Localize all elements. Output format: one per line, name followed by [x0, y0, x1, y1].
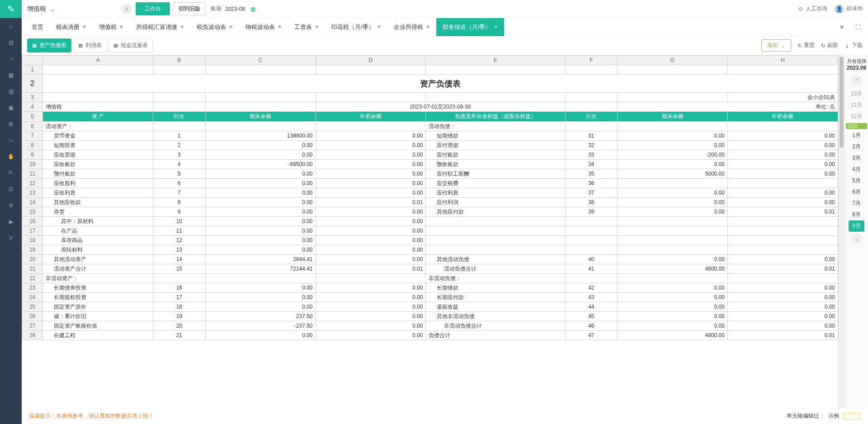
nav-form-icon[interactable]: ⊞: [0, 116, 22, 132]
nav-doc2-icon[interactable]: ▣: [0, 100, 22, 116]
subtab-0[interactable]: ▦资产负债表: [27, 38, 71, 52]
month-item[interactable]: 7月: [846, 198, 867, 209]
nav-settings-icon[interactable]: ⚙: [0, 197, 22, 214]
nav-v-icon[interactable]: V: [0, 230, 22, 246]
tab-3[interactable]: 所得税汇算清缴✕: [130, 18, 190, 36]
col-header[interactable]: H: [727, 56, 838, 65]
month-item[interactable]: 5月: [846, 175, 867, 186]
nav-image-icon[interactable]: ▭: [0, 132, 22, 148]
tab-2[interactable]: 增值税✕: [93, 18, 130, 36]
workspace-button[interactable]: 工作台: [136, 2, 170, 15]
user-menu[interactable]: 👤 徐泽华: [835, 5, 863, 14]
download-button[interactable]: ⭳ 下载: [844, 42, 863, 49]
switch-old-button[interactable]: 切到旧版: [174, 2, 205, 15]
tabs-close-icon[interactable]: ✕: [835, 21, 848, 33]
nav-inbox-icon[interactable]: ⊡: [0, 181, 22, 197]
tab-7[interactable]: 印花税（月/季）✕: [325, 18, 387, 36]
reset-button[interactable]: ↻ 重置: [797, 42, 815, 49]
nav-hand-icon[interactable]: ✋: [0, 148, 22, 165]
month-scroll-down[interactable]: ⌄: [851, 233, 862, 244]
tab-9[interactable]: 财务报表（月/季）✕: [436, 18, 505, 36]
company-selector[interactable]: 增值税 ⌄: [27, 5, 118, 13]
table-row[interactable]: 20其他流动资产142844.410.00其他流动负债400.000.00: [22, 255, 838, 264]
table-row[interactable]: 24长期股权投资170.000.00长期应付款430.000.00: [22, 293, 838, 302]
tab-close-icon[interactable]: ✕: [278, 24, 282, 30]
table-row[interactable]: 26减：累计折旧19237.500.00其他非流动负债450.000.00: [22, 312, 838, 321]
year-badge: 2023: [846, 123, 867, 129]
table-row[interactable]: 28在建工程210.000.00负债合计474800.000.01: [22, 331, 838, 340]
month-item[interactable]: 9月: [849, 220, 864, 232]
subtabs-bar: ▦资产负债表▦利润表▦现金流量表 期初 ⌄ ↻ 重置 ↻ 刷新 ⭳ 下载: [22, 36, 868, 55]
tab-close-icon[interactable]: ✕: [315, 24, 319, 30]
month-scroll-up[interactable]: ⌃: [851, 76, 862, 86]
table-row[interactable]: 6流动资产：流动负债：: [22, 122, 838, 131]
company-name: 增值税: [27, 5, 46, 13]
consult-link[interactable]: ⊙ 人工咨询: [798, 5, 827, 13]
table-row[interactable]: 10应收账款4-69500.000.00预收账款340.000.00: [22, 160, 838, 169]
calendar-icon[interactable]: ▦: [250, 6, 255, 12]
nav-video-icon[interactable]: ▶: [0, 214, 22, 230]
col-header[interactable]: D: [316, 56, 426, 65]
table-row[interactable]: 13应收利息70.000.00应付利息370.000.00: [22, 188, 838, 198]
tab-close-icon[interactable]: ✕: [377, 24, 381, 30]
month-item: 12月: [846, 111, 867, 122]
table-row[interactable]: 21流动资产合计1572144.410.01流动负债合计414800.000.0…: [22, 264, 838, 274]
month-item[interactable]: 1月: [846, 130, 867, 141]
tab-close-icon[interactable]: ✕: [426, 24, 430, 30]
table-row[interactable]: 27固定资产账面价值20-237.500.00非流动负债合计460.000.00: [22, 321, 838, 331]
nav-doc-icon[interactable]: ▤: [0, 34, 22, 51]
month-item[interactable]: 4月: [846, 164, 867, 175]
subtab-1[interactable]: ▦利润表: [73, 38, 107, 52]
nav-export-icon[interactable]: ⇱: [0, 165, 22, 181]
col-header[interactable]: A: [43, 56, 153, 65]
nav-home-icon[interactable]: ⌂: [0, 18, 22, 34]
refresh-button[interactable]: ↻ 刷新: [821, 42, 838, 49]
tab-close-icon[interactable]: ✕: [119, 24, 123, 30]
tab-close-icon[interactable]: ✕: [82, 24, 86, 30]
col-header[interactable]: E: [426, 56, 565, 65]
month-item[interactable]: 2月: [846, 141, 867, 152]
month-item[interactable]: 8月: [846, 209, 867, 220]
table-row[interactable]: 9应收票据30.000.00应付账款33-200.000.00: [22, 150, 838, 160]
tab-close-icon[interactable]: ✕: [229, 24, 233, 30]
col-header[interactable]: F: [565, 56, 618, 65]
tab-8[interactable]: 企业所得税✕: [387, 18, 436, 36]
table-row[interactable]: 8短期投资20.000.00应付票据320.000.00: [22, 141, 838, 150]
col-header[interactable]: C: [205, 56, 316, 65]
tab-6[interactable]: 工资表✕: [288, 18, 325, 36]
subtab-2[interactable]: ▦现金流量表: [108, 38, 153, 52]
tab-close-icon[interactable]: ✕: [494, 24, 498, 30]
tab-5[interactable]: 纳税波动表✕: [239, 18, 288, 36]
period-value[interactable]: 2023-09: [225, 6, 245, 12]
spreadsheet[interactable]: ABCDEFGH12资产负债表3会小企01表4增值税2023-07-01至202…: [22, 55, 838, 408]
vertical-scrollbar[interactable]: [838, 55, 844, 408]
month-item: 11月: [846, 100, 867, 111]
table-row[interactable]: 12应收股利60.000.00应交税费36: [22, 179, 838, 188]
table-row[interactable]: 22非流动资产：非流动负债：: [22, 274, 838, 283]
month-item[interactable]: 3月: [846, 152, 867, 164]
table-row[interactable]: 17在产品110.000.00: [22, 226, 838, 236]
period-init-dropdown[interactable]: 期初 ⌄: [761, 39, 791, 52]
month-item[interactable]: 6月: [846, 186, 867, 198]
col-header[interactable]: B: [153, 56, 206, 65]
fullscreen-icon[interactable]: ⛶: [852, 21, 864, 33]
nav-clipboard-icon[interactable]: ▥: [0, 83, 22, 100]
tab-4[interactable]: 税负波动表✕: [190, 18, 239, 36]
table-row[interactable]: 15存货90.000.00其他应付款390.000.01: [22, 207, 838, 217]
sample-label: 示例: [828, 412, 839, 420]
table-row[interactable]: 18库存商品120.000.00: [22, 236, 838, 245]
table-row[interactable]: 16其中：原材料100.000.00: [22, 217, 838, 226]
tab-0[interactable]: 首页: [25, 18, 50, 36]
table-row[interactable]: 23长期债券投资160.000.00长期借款420.000.00: [22, 283, 838, 293]
table-row[interactable]: 11预付账款50.000.00应付职工薪酬355000.000.00: [22, 169, 838, 179]
col-header[interactable]: G: [618, 56, 728, 65]
table-row[interactable]: 14其他应收款80.000.01应付利润380.000.00: [22, 198, 838, 207]
nav-book-icon[interactable]: ▦: [0, 67, 22, 83]
toggle-icon[interactable]: ≡: [121, 4, 132, 14]
table-row[interactable]: 19周转材料130.000.00: [22, 245, 838, 255]
tab-close-icon[interactable]: ✕: [180, 24, 184, 30]
table-row[interactable]: 25固定资产原价180.000.00递延收益440.000.00: [22, 302, 838, 312]
table-row[interactable]: 7货币资金1138800.000.00短期借款310.000.00: [22, 131, 838, 141]
nav-chart-icon[interactable]: ⩘: [0, 51, 22, 67]
tab-1[interactable]: 税表清册✕: [50, 18, 93, 36]
